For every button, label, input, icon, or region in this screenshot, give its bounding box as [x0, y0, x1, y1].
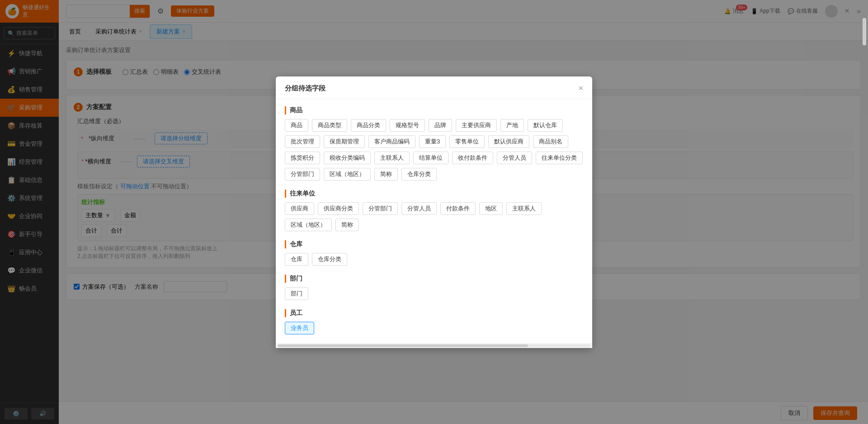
- warehouse-section-title: 仓库: [285, 240, 583, 248]
- employee-section-title: 员工: [285, 309, 583, 317]
- field-tag-retail-unit[interactable]: 零售单位: [449, 135, 485, 148]
- modal-dialog: 分组待选字段 × 商品 商品 商品类型 商品分类 规格型号 品牌 主要供应商 产…: [276, 76, 592, 348]
- field-tag-supervisor[interactable]: 分管人员: [497, 152, 532, 164]
- department-section-title: 部门: [285, 275, 583, 283]
- field-tag-short-name[interactable]: 简称: [374, 168, 398, 181]
- modal-scrollbar: [863, 18, 866, 290]
- field-tag-weight[interactable]: 重量3: [419, 135, 446, 148]
- field-tag-default-warehouse[interactable]: 默认仓库: [528, 119, 563, 132]
- partner-field-tags: 供应商 供应商分类 分管部门 分管人员 付款条件 地区 主联系人 区域（地区） …: [285, 202, 583, 231]
- modal-title: 分组待选字段: [285, 84, 326, 93]
- field-tag-customer-code[interactable]: 客户商品编码: [368, 135, 415, 148]
- field-tag-main-contact[interactable]: 主联系人: [374, 152, 410, 164]
- modal-section-product: 商品 商品 商品类型 商品分类 规格型号 品牌 主要供应商 产地 默认仓库 批次…: [285, 106, 583, 181]
- field-tag-supplier-category[interactable]: 供应商分类: [318, 202, 359, 215]
- field-tag-main-contact2[interactable]: 主联系人: [506, 202, 542, 215]
- field-tag-supplier[interactable]: 供应商: [285, 202, 314, 215]
- field-tag-supervisor2[interactable]: 分管人员: [401, 202, 437, 215]
- field-tag-salesperson[interactable]: 业务员: [285, 322, 314, 334]
- field-tag-product-category[interactable]: 商品分类: [351, 119, 386, 132]
- warehouse-field-tags: 仓库 仓库分类: [285, 253, 583, 266]
- modal-body: 商品 商品 商品类型 商品分类 规格型号 品牌 主要供应商 产地 默认仓库 批次…: [276, 99, 592, 343]
- field-tag-default-supplier[interactable]: 默认供应商: [488, 135, 529, 148]
- field-tag-batch-mgmt[interactable]: 批次管理: [285, 135, 320, 148]
- field-tag-pick-score[interactable]: 拣货积分: [285, 152, 320, 164]
- hscroll-thumb[interactable]: [278, 344, 528, 347]
- field-tag-warehouse-cat[interactable]: 仓库分类: [312, 253, 347, 266]
- field-tag-area[interactable]: 地区: [479, 202, 503, 215]
- product-section-title: 商品: [285, 106, 583, 114]
- employee-field-tags: 业务员: [285, 322, 583, 334]
- modal-header: 分组待选字段 ×: [276, 76, 592, 99]
- field-tag-product[interactable]: 商品: [285, 119, 308, 132]
- hscroll-track[interactable]: [278, 344, 590, 347]
- partner-section-title: 往来单位: [285, 190, 583, 198]
- scrollbar-thumb[interactable]: [863, 18, 866, 45]
- field-tag-tax-code[interactable]: 税收分类编码: [324, 152, 371, 164]
- modal-section-warehouse: 仓库 仓库 仓库分类: [285, 240, 583, 266]
- field-tag-payment-terms[interactable]: 收付款条件: [452, 152, 493, 164]
- modal-section-department: 部门 部门: [285, 275, 583, 300]
- field-tag-settle-unit[interactable]: 结算单位: [413, 152, 448, 164]
- field-tag-region-partner[interactable]: 区域（地区）: [285, 219, 332, 231]
- field-tag-short-name2[interactable]: 简称: [335, 219, 359, 231]
- scrollbar-track[interactable]: [863, 18, 866, 45]
- department-field-tags: 部门: [285, 287, 583, 300]
- modal-section-employee: 员工 业务员: [285, 309, 583, 334]
- field-tag-dept2[interactable]: 分管部门: [363, 202, 398, 215]
- field-tag-product-type[interactable]: 商品类型: [312, 119, 347, 132]
- modal-hscrollbar: [276, 343, 592, 348]
- modal-close-button[interactable]: ×: [578, 84, 583, 93]
- field-tag-brand[interactable]: 品牌: [429, 119, 452, 132]
- product-field-tags: 商品 商品类型 商品分类 规格型号 品牌 主要供应商 产地 默认仓库 批次管理 …: [285, 119, 583, 181]
- field-tag-origin[interactable]: 产地: [500, 119, 524, 132]
- field-tag-warehouse-name[interactable]: 仓库: [285, 253, 308, 266]
- modal-overlay: 分组待选字段 × 商品 商品 商品类型 商品分类 规格型号 品牌 主要供应商 产…: [0, 0, 868, 424]
- field-tag-product-alias[interactable]: 商品别名: [533, 135, 568, 148]
- field-tag-warehouse-category[interactable]: 仓库分类: [401, 168, 437, 181]
- field-tag-dept[interactable]: 分管部门: [285, 168, 320, 181]
- field-tag-region-product[interactable]: 区域（地区）: [324, 168, 371, 181]
- modal-section-partner: 往来单位 供应商 供应商分类 分管部门 分管人员 付款条件 地区 主联系人 区域…: [285, 190, 583, 231]
- field-tag-payment-cond[interactable]: 付款条件: [440, 202, 476, 215]
- field-tag-main-supplier[interactable]: 主要供应商: [456, 119, 497, 132]
- field-tag-partner-category[interactable]: 往来单位分类: [536, 152, 583, 164]
- field-tag-spec-model[interactable]: 规格型号: [390, 119, 425, 132]
- field-tag-department[interactable]: 部门: [285, 287, 308, 300]
- field-tag-quality-mgmt[interactable]: 保质期管理: [324, 135, 365, 148]
